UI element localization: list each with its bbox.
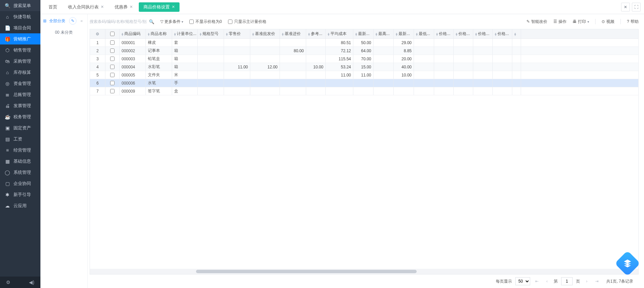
sidebar-item-16[interactable]: ▢企业协同 <box>0 178 40 189</box>
volume-icon[interactable]: ◀) <box>29 280 34 285</box>
column-header-9[interactable]: ▴▾参考... <box>306 29 326 38</box>
sort-icon[interactable]: ▴▾ <box>226 32 228 36</box>
video-button[interactable]: ⊙视频 <box>602 19 614 25</box>
column-header-6[interactable]: ▴▾零售价 <box>224 29 250 38</box>
sort-icon[interactable]: ▴▾ <box>174 32 176 36</box>
sort-icon[interactable]: ▴▾ <box>475 32 477 36</box>
column-header-10[interactable]: ▴▾平均成本 <box>326 29 353 38</box>
ops-button[interactable]: ☰操作 <box>553 19 567 25</box>
column-header-16[interactable]: ▴▾价格... <box>454 29 473 38</box>
tree-title[interactable]: 全部分类 <box>49 18 65 24</box>
column-header-19[interactable]: ▴▾ <box>512 29 521 38</box>
column-header-13[interactable]: ▴▾最新... <box>394 29 414 38</box>
close-tab-button[interactable]: ✕ <box>621 3 630 11</box>
tab-close-icon[interactable]: ✕ <box>101 5 104 9</box>
sidebar-item-13[interactable]: ≡经营管理 <box>0 145 40 156</box>
sort-icon[interactable]: ▴▾ <box>122 32 123 36</box>
prev-page-button[interactable]: ‹ <box>544 278 550 285</box>
sort-icon[interactable]: ▴▾ <box>396 32 397 36</box>
menu-icon: ⌂ <box>5 70 10 75</box>
sidebar-item-7[interactable]: ◎资金管理 <box>0 78 40 89</box>
page-input[interactable] <box>561 277 573 285</box>
fullscreen-button[interactable]: ⛶ <box>632 3 641 11</box>
collapse-tree-icon[interactable]: « <box>80 19 85 23</box>
next-page-button[interactable]: › <box>583 278 590 285</box>
sort-icon[interactable]: ▴▾ <box>282 32 284 36</box>
column-header-14[interactable]: ▴▾最低... <box>414 29 434 38</box>
column-header-18[interactable]: ▴▾价格... <box>493 29 512 38</box>
sidebar-item-10[interactable]: ☕税务管理 <box>0 111 40 122</box>
column-header-1[interactable] <box>105 29 120 38</box>
column-header-7[interactable]: ▴▾基准批发价 <box>250 29 280 38</box>
sidebar-item-18[interactable]: ☁云应用 <box>0 200 40 211</box>
table-row[interactable]: 2000002记事本箱80.0072.1264.008.85 <box>90 47 638 55</box>
sidebar-item-14[interactable]: ▦基础信息 <box>0 156 40 167</box>
tree-node[interactable]: 00 未分类 <box>44 28 84 37</box>
help-button[interactable]: ?帮助 <box>627 19 639 25</box>
sort-icon[interactable]: ▴▾ <box>328 32 329 36</box>
sidebar-item-4[interactable]: ⬡销售管理 <box>0 44 40 56</box>
sort-icon[interactable]: ▴▾ <box>252 32 254 36</box>
settings-icon[interactable]: ⚙ <box>6 280 10 285</box>
tab-0[interactable]: 首页 <box>44 2 62 12</box>
gear-icon[interactable]: ⚙ <box>96 32 99 36</box>
column-header-0[interactable]: ⚙ <box>90 29 105 38</box>
sidebar-item-1[interactable]: ⌂快捷导航 <box>0 11 40 22</box>
column-header-17[interactable]: ▴▾价格... <box>473 29 493 38</box>
select-all-checkbox[interactable] <box>110 32 115 36</box>
sort-icon[interactable]: ▴▾ <box>436 32 438 36</box>
column-header-5[interactable]: ▴▾规格型号 <box>198 29 224 38</box>
table-row[interactable]: 3000003铅笔盒箱115.5470.0020.00 <box>90 55 638 63</box>
table-row[interactable]: 4000004水彩笔箱11.0012.0010.0053.2415.0040.0… <box>90 63 638 71</box>
sort-icon[interactable]: ▴▾ <box>355 32 357 36</box>
column-header-11[interactable]: ▴▾最新... <box>353 29 374 38</box>
per-page-select[interactable]: 50 <box>515 277 530 285</box>
table-row[interactable]: 5000005文件夹米11.0011.0010.00 <box>90 71 638 79</box>
only-main-unit-checkbox[interactable]: 只显示主计量价格 <box>228 19 266 25</box>
sidebar-item-11[interactable]: ▣固定资产 <box>0 122 40 133</box>
column-header-2[interactable]: ▴▾商品编码 <box>120 29 146 38</box>
sidebar-item-9[interactable]: 🖨发票管理 <box>0 100 40 111</box>
sort-icon[interactable]: ▴▾ <box>200 32 201 36</box>
sort-icon[interactable]: ▴▾ <box>416 32 418 36</box>
sort-icon[interactable]: ▴▾ <box>456 32 457 36</box>
sidebar-item-2[interactable]: 📄项目合同 <box>0 22 40 33</box>
sidebar-item-0[interactable]: 🔍搜索菜单 <box>0 0 40 11</box>
edit-category-button[interactable]: ✎ <box>69 17 76 25</box>
sidebar-item-15[interactable]: ◯系统管理 <box>0 167 40 178</box>
search-input[interactable] <box>90 19 147 24</box>
column-header-8[interactable]: ▴▾基准进价 <box>280 29 306 38</box>
tab-1[interactable]: 收入合同执行表✕ <box>63 2 108 12</box>
sidebar-item-3[interactable]: 🎁营销推广 <box>0 33 40 44</box>
smart-price-button[interactable]: ✎智能改价 <box>526 19 547 25</box>
first-page-button[interactable]: ⇤ <box>534 278 540 285</box>
sidebar-item-6[interactable]: ⌂库存核算 <box>0 67 40 78</box>
horizontal-scrollbar[interactable] <box>90 269 638 274</box>
tab-2[interactable]: 优惠券✕ <box>110 2 137 12</box>
table-row[interactable]: 6000006水笔手 <box>90 79 638 87</box>
hide-zero-checkbox[interactable]: 不显示价格为0 <box>189 19 222 25</box>
table-row[interactable]: 1000001橡皮套80.5150.0029.00 <box>90 39 638 47</box>
sort-icon[interactable]: ▴▾ <box>495 32 496 36</box>
last-page-button[interactable]: ⇥ <box>593 278 600 285</box>
table-row[interactable]: 7000009签字笔盒 <box>90 87 638 95</box>
tab-close-icon[interactable]: ✕ <box>130 5 133 9</box>
column-header-4[interactable]: ▴▾计量单位... <box>172 29 198 38</box>
sort-icon[interactable]: ▴▾ <box>308 32 310 36</box>
more-conditions[interactable]: ▽ 更多条件 ▾ <box>160 19 183 25</box>
sort-icon[interactable]: ▴▾ <box>376 32 377 36</box>
column-header-15[interactable]: ▴▾价格... <box>434 29 454 38</box>
sidebar-item-12[interactable]: ▤工资 <box>0 133 40 145</box>
tab-3[interactable]: 商品价格设置✕ <box>139 2 180 12</box>
sidebar-item-8[interactable]: ≣总账管理 <box>0 89 40 100</box>
sidebar-item-5[interactable]: 🛍采购管理 <box>0 56 40 67</box>
sort-icon[interactable]: ▴▾ <box>148 32 150 36</box>
search-icon[interactable]: 🔍 <box>149 19 154 24</box>
sort-icon[interactable]: ▴▾ <box>514 32 516 36</box>
tab-close-icon[interactable]: ✕ <box>172 5 175 9</box>
column-header-3[interactable]: ▴▾商品名称 <box>146 29 172 38</box>
cell <box>454 71 473 79</box>
column-header-12[interactable]: ▴▾最高... <box>374 29 394 38</box>
print-button[interactable]: 🖶打印▾ <box>573 19 589 25</box>
sidebar-item-17[interactable]: ✱新手引导 <box>0 189 40 200</box>
